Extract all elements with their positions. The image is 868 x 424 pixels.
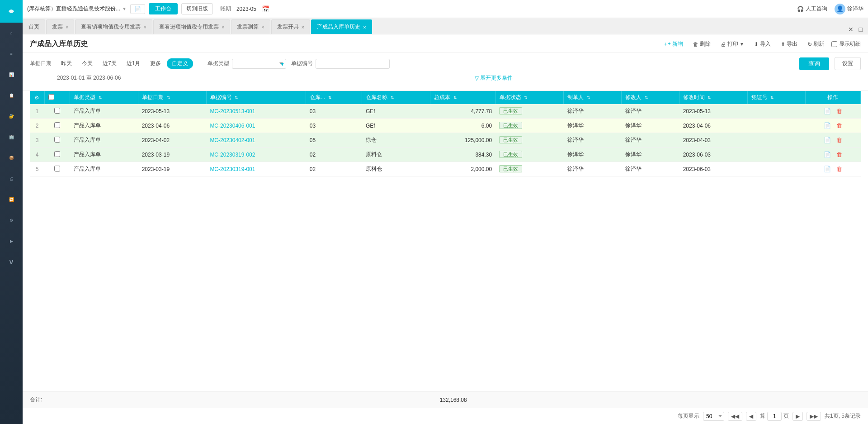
th-creator[interactable]: 制单人 ⇅ (564, 91, 622, 104)
tab-issue-close[interactable]: × (302, 24, 304, 30)
close-all-tabs-button[interactable]: ✕ (846, 25, 855, 34)
tab-calc-close[interactable]: × (261, 24, 264, 30)
number-filter-input[interactable] (316, 59, 390, 69)
sidebar-item-print[interactable]: 🖨 (0, 168, 23, 189)
row-select-checkbox[interactable] (54, 122, 60, 128)
expand-conditions-button[interactable]: ▽ 展开更多条件 (470, 73, 517, 83)
row-number[interactable]: MC-20230319-001 (206, 162, 306, 176)
copy-button[interactable]: 📄 (130, 4, 145, 14)
today-btn[interactable]: 今天 (78, 58, 97, 69)
sidebar-item-play[interactable]: ▶ (0, 231, 23, 252)
row-number-link[interactable]: MC-20230406-001 (210, 123, 255, 129)
export-button[interactable]: ⬆ 导出 (778, 39, 800, 49)
tab-history-close[interactable]: × (363, 24, 366, 30)
sidebar-item-settings[interactable]: ⚙ (0, 210, 23, 231)
row-number-link[interactable]: MC-20230402-001 (210, 137, 255, 143)
sidebar-item-analytics[interactable]: 📊 (0, 64, 23, 85)
row-checkbox[interactable] (44, 148, 70, 162)
tab-invoice[interactable]: 发票 × (46, 19, 74, 34)
yesterday-btn[interactable]: 昨天 (57, 58, 76, 69)
sidebar-item-warehouse[interactable]: 🏢 (0, 127, 23, 148)
last-page-button[interactable]: ▶▶ (807, 412, 821, 421)
company-name[interactable]: (库存核算）直播轻跑通信息技术股份... ▼ (27, 5, 127, 13)
sidebar-item-inventory[interactable]: 📦 (0, 148, 23, 168)
sidebar-item-menu[interactable]: ≡ (0, 43, 23, 64)
th-warehouse-code[interactable]: 仓库... ⇅ (306, 91, 362, 104)
th-total-cost[interactable]: 总成本 ⇅ (430, 91, 495, 104)
row-delete-button[interactable]: 🗑 (835, 150, 844, 159)
custom-btn[interactable]: 自定义 (167, 58, 193, 69)
per-page-select[interactable]: 50 20 100 (703, 412, 724, 421)
th-warehouse-name[interactable]: 仓库名称 ⇅ (362, 91, 430, 104)
row-select-checkbox[interactable] (54, 108, 60, 114)
row-view-button[interactable]: 📄 (822, 150, 833, 159)
last7days-btn[interactable]: 近7天 (99, 58, 121, 69)
sidebar-logo[interactable] (0, 0, 23, 23)
row-delete-button[interactable]: 🗑 (835, 136, 844, 144)
th-status[interactable]: 单据状态 ⇅ (495, 91, 564, 104)
last1month-btn[interactable]: 近1月 (123, 58, 145, 69)
row-number[interactable]: MC-20230406-001 (206, 119, 306, 133)
row-number-link[interactable]: MC-20230319-001 (210, 166, 255, 172)
service-button[interactable]: 🎧 人工咨询 (797, 5, 827, 13)
th-voucher[interactable]: 凭证号 ⇅ (747, 91, 805, 104)
row-delete-button[interactable]: 🗑 (835, 165, 844, 173)
tab-purchase-close[interactable]: × (222, 24, 224, 30)
th-date[interactable]: 单据日期 ⇅ (138, 91, 207, 104)
new-button[interactable]: ＋ + 新增 (660, 39, 686, 49)
th-number[interactable]: 单据编号 ⇅ (206, 91, 306, 104)
settings-filter-button[interactable]: 设置 (835, 57, 861, 70)
tab-sales-invoice[interactable]: 查看销项增值税专用发票 × (75, 19, 152, 34)
next-page-button[interactable]: ▶ (793, 412, 803, 421)
delete-button[interactable]: 🗑 删除 (690, 39, 713, 49)
row-select-checkbox[interactable] (54, 151, 60, 157)
tab-calculation[interactable]: 发票测算 × (231, 19, 270, 34)
user-menu[interactable]: 👤 徐泽华 (835, 4, 863, 14)
sidebar-item-security[interactable]: 🔐 (0, 106, 23, 127)
row-select-checkbox[interactable] (54, 166, 60, 172)
sidebar-item-sync[interactable]: 🔁 (0, 189, 23, 210)
row-number[interactable]: MC-20230319-002 (206, 148, 306, 162)
row-delete-button[interactable]: 🗑 (835, 107, 844, 115)
show-detail-checkbox-group[interactable]: 显示明细 (831, 40, 861, 48)
tab-home[interactable]: 首页 (23, 19, 45, 34)
th-modifier[interactable]: 修改人 ⇅ (622, 91, 679, 104)
tab-sales-close[interactable]: × (143, 24, 146, 30)
row-number[interactable]: MC-20230513-001 (206, 104, 306, 119)
first-page-button[interactable]: ◀◀ (728, 412, 742, 421)
tab-purchase-invoice[interactable]: 查看进项增值税专用发票 × (153, 19, 230, 34)
tab-issue[interactable]: 发票开具 × (271, 19, 310, 34)
row-select-checkbox[interactable] (54, 137, 60, 143)
page-number-input[interactable] (767, 412, 782, 421)
sidebar-item-ledger[interactable]: 📋 (0, 85, 23, 106)
row-number[interactable]: MC-20230402-001 (206, 133, 306, 148)
row-checkbox[interactable] (44, 162, 70, 176)
tab-history[interactable]: 产成品入库单历史 × (311, 19, 372, 34)
type-filter-select[interactable] (232, 59, 286, 69)
query-button[interactable]: 查询 (799, 57, 829, 70)
row-checkbox[interactable] (44, 133, 70, 148)
row-delete-button[interactable]: 🗑 (835, 121, 844, 130)
print-button[interactable]: 🖨 打印 ▼ (718, 39, 747, 49)
row-number-link[interactable]: MC-20230513-001 (210, 108, 255, 114)
switch-button[interactable]: 切到旧版 (181, 3, 213, 14)
sidebar-item-home[interactable]: ⌂ (0, 23, 23, 43)
th-type[interactable]: 单据类型 ⇅ (70, 91, 138, 104)
import-button[interactable]: ⬇ 导入 (751, 39, 774, 49)
select-all-checkbox[interactable] (48, 94, 54, 100)
prev-page-button[interactable]: ◀ (746, 412, 756, 421)
row-checkbox[interactable] (44, 104, 70, 119)
row-view-button[interactable]: 📄 (822, 165, 833, 173)
refresh-button[interactable]: ↻ 刷新 (805, 39, 827, 49)
show-detail-checkbox[interactable] (831, 41, 837, 47)
th-checkbox[interactable] (44, 91, 70, 104)
row-checkbox[interactable] (44, 119, 70, 133)
calendar-icon[interactable]: 📅 (262, 5, 269, 13)
tab-invoice-close[interactable]: × (66, 24, 68, 30)
th-settings[interactable]: ⚙ (30, 91, 44, 104)
row-view-button[interactable]: 📄 (822, 136, 833, 144)
maximize-button[interactable]: □ (857, 25, 864, 34)
row-view-button[interactable]: 📄 (822, 107, 833, 115)
workspace-button[interactable]: 工作台 (149, 3, 178, 14)
th-modify-time[interactable]: 修改时间 ⇅ (679, 91, 748, 104)
